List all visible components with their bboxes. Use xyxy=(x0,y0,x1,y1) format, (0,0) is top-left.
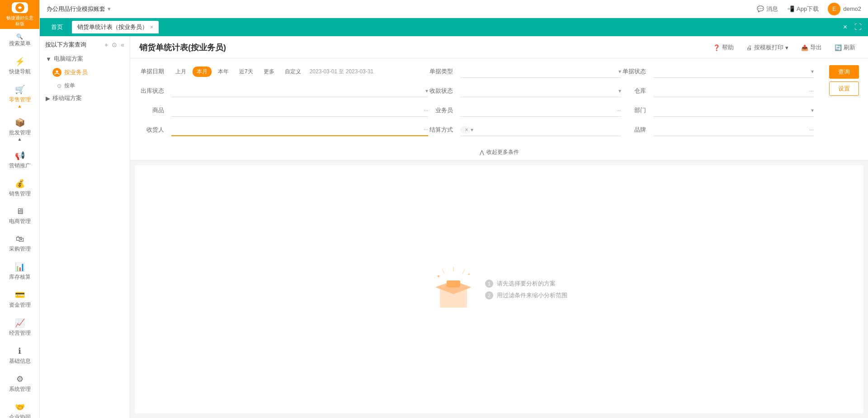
date-btn-more[interactable]: 更多 xyxy=(259,66,278,77)
filter-row-1: 单据日期 上月 本月 本年 近7天 更多 自定义 2023-03-01 至 20… xyxy=(139,65,814,78)
status-dropdown-icon[interactable]: ▾ xyxy=(811,68,814,75)
sidebar-item-purchase[interactable]: 🛍 采购管理 xyxy=(0,230,39,257)
staff-label: 业务员 xyxy=(428,106,453,114)
payment-control[interactable]: × ▾ xyxy=(460,124,621,136)
collapse-button[interactable]: ⋀ 收起更多条件 xyxy=(474,147,524,158)
window-expand-button[interactable]: ⛶ xyxy=(853,21,863,33)
refresh-button[interactable]: 🔄 刷新 xyxy=(831,42,859,53)
sidebar-item-ecommerce[interactable]: 🖥 电商管理 xyxy=(0,202,39,230)
sidebar-item-cooperation[interactable]: 🤝 企业协同 xyxy=(0,398,39,418)
goods-control[interactable]: ··· xyxy=(171,104,428,117)
payment-tag-close[interactable]: × xyxy=(465,127,468,133)
sidebar-item-search[interactable]: 🔍 搜索菜单 xyxy=(0,29,39,52)
brand-control[interactable]: ··· xyxy=(653,124,814,136)
recv-status-dropdown-icon[interactable]: ▾ xyxy=(618,88,621,94)
company-dropdown-icon[interactable]: ▾ xyxy=(108,5,111,12)
goods-more-icon[interactable]: ··· xyxy=(424,107,428,114)
user-name: demo2 xyxy=(843,5,861,12)
message-action[interactable]: 💬 消息 xyxy=(757,5,778,13)
desktop-group-header[interactable]: ▼ 电脑端方案 xyxy=(43,52,126,65)
type-control[interactable]: ▾ xyxy=(460,65,621,78)
out-status-label: 出库状态 xyxy=(139,87,164,95)
page-title: 销货单统计表(按业务员) xyxy=(139,42,226,53)
sidebar-item-finance[interactable]: 💳 资金管理 xyxy=(0,285,39,314)
dept-control[interactable]: ▾ xyxy=(653,104,814,117)
recv-status-control[interactable]: ▾ xyxy=(460,85,621,97)
status-control[interactable]: ▾ xyxy=(653,65,814,78)
type-dropdown-icon[interactable]: ▾ xyxy=(618,68,621,75)
hint-num-1: 1 xyxy=(485,280,493,288)
print-button[interactable]: 🖨 按模板打印 ▾ xyxy=(743,42,792,53)
dept-label: 部门 xyxy=(621,106,646,114)
app-name: 畅捷通好生意 xyxy=(6,15,33,21)
payment-dropdown-icon[interactable]: ▾ xyxy=(471,127,473,133)
company-name: 办公用品行业模拟账套 xyxy=(47,5,105,13)
filter-out-status: 出库状态 ▾ xyxy=(139,85,428,97)
add-scheme-icon[interactable]: + xyxy=(104,41,108,48)
date-btn-this-month[interactable]: 本月 xyxy=(193,66,212,77)
filter-staff: 业务员 ··· xyxy=(428,104,621,117)
sidebar-item-quicknav[interactable]: ⚡ 快捷导航 xyxy=(0,52,39,80)
sales-icon: 💰 xyxy=(15,179,25,189)
out-status-control[interactable]: ▾ xyxy=(171,85,428,97)
filter-row-2: 出库状态 ▾ 收款状态 xyxy=(139,85,814,97)
date-label: 单据日期 xyxy=(139,67,164,76)
empty-state: ✦ ✦ 1 请先选择要分析的方案 2 用过滤条件来缩小分析范围 xyxy=(135,165,863,413)
settings-scheme-icon[interactable]: ⊙ xyxy=(112,41,117,48)
sidebar-item-marketing[interactable]: 📢 营销推广 xyxy=(0,146,39,174)
empty-content: ✦ ✦ 1 请先选择要分析的方案 2 用过滤条件来缩小分析范围 xyxy=(431,267,567,312)
ecommerce-icon: 🖥 xyxy=(16,207,24,216)
tab-active[interactable]: 销货单统计表（按业务员） × xyxy=(72,21,159,33)
system-icon: ⚙ xyxy=(16,374,24,384)
status-label: 单据状态 xyxy=(621,67,646,76)
sub-scheme-by-order[interactable]: ⊙ 按单 xyxy=(43,80,126,92)
date-btn-this-year[interactable]: 本年 xyxy=(214,66,233,77)
query-button[interactable]: 查询 xyxy=(829,65,859,79)
consignee-control[interactable]: ··· xyxy=(171,124,428,136)
staff-more-icon[interactable]: ··· xyxy=(617,107,621,114)
top-bar-right: 💬 消息 📲 App下载 E demo2 xyxy=(757,3,861,15)
tab-close-button[interactable]: × xyxy=(150,24,153,30)
left-panel: 按以下方案查询 + ⊙ « ▼ 电脑端方案 xyxy=(40,36,130,418)
date-btn-custom[interactable]: 自定义 xyxy=(281,66,305,77)
svg-rect-4 xyxy=(447,280,460,287)
finance-icon: 💳 xyxy=(15,290,25,300)
help-button[interactable]: ❓ 帮助 xyxy=(709,42,737,53)
dept-dropdown-icon[interactable]: ▾ xyxy=(811,107,814,114)
date-btn-7days[interactable]: 近7天 xyxy=(235,66,257,77)
settings-button[interactable]: 设置 xyxy=(829,81,859,96)
sidebar-item-sales[interactable]: 💰 销售管理 xyxy=(0,174,39,202)
warehouse-more-icon[interactable]: ··· xyxy=(809,88,814,94)
window-close-button[interactable]: × xyxy=(841,21,849,33)
warehouse-control[interactable]: ··· xyxy=(653,85,814,97)
sidebar-item-operations[interactable]: 📈 经营管理 xyxy=(0,314,39,342)
tab-bar: 首页 销货单统计表（按业务员） × × ⛶ xyxy=(40,18,868,36)
app-download-action[interactable]: 📲 App下载 xyxy=(787,5,819,13)
status-actions: ▾ xyxy=(811,68,814,75)
app-sub: 标版 xyxy=(15,21,24,27)
sidebar-item-retail[interactable]: 🛒 零售管理 ▲ xyxy=(0,80,39,113)
collapse-row: ⋀ 收起更多条件 xyxy=(130,143,868,160)
consignee-more-icon[interactable]: ··· xyxy=(424,126,428,133)
sidebar-item-inventory[interactable]: 📊 库存核算 xyxy=(0,257,39,285)
staff-control[interactable]: ··· xyxy=(460,104,621,117)
user-profile[interactable]: E demo2 xyxy=(828,3,861,15)
arrow-right-icon: ▶ xyxy=(46,95,50,102)
print-dropdown-icon[interactable]: ▾ xyxy=(785,44,788,51)
collapse-panel-icon[interactable]: « xyxy=(121,41,124,48)
date-btn-last-month[interactable]: 上月 xyxy=(171,66,190,77)
staff-actions: ··· xyxy=(617,107,621,114)
tab-home[interactable]: 首页 xyxy=(44,21,70,33)
refresh-icon: 🔄 xyxy=(835,44,842,51)
desktop-scheme-group: ▼ 电脑端方案 按业务员 ⊙ 按单 xyxy=(40,52,130,92)
sidebar-item-wholesale[interactable]: 📦 批发管理 ▲ xyxy=(0,113,39,146)
sidebar-item-basic[interactable]: ℹ 基础信息 xyxy=(0,342,39,370)
export-button[interactable]: 📤 导出 xyxy=(797,42,826,53)
sidebar-item-system[interactable]: ⚙ 系统管理 xyxy=(0,370,39,398)
filter-dept: 部门 ▾ xyxy=(621,104,814,117)
out-status-dropdown-icon[interactable]: ▾ xyxy=(425,88,428,94)
mobile-group-header[interactable]: ▶ 移动端方案 xyxy=(43,92,126,104)
filter-goods: 商品 ··· xyxy=(139,104,428,117)
scheme-by-staff[interactable]: 按业务员 xyxy=(43,65,126,80)
brand-more-icon[interactable]: ··· xyxy=(809,127,814,133)
